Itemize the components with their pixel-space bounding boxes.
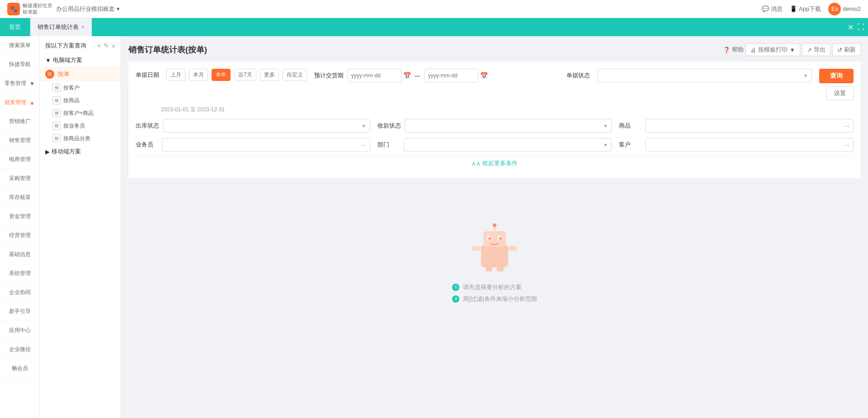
logo-icon: 🐾 (7, 3, 20, 15)
message-btn[interactable]: 💬 消息 (762, 5, 783, 13)
sidebar-item-purchase[interactable]: 采购管理 (0, 169, 39, 188)
export-button[interactable]: ↗ 导出 (802, 43, 830, 56)
user-profile[interactable]: Ea demo2 (828, 3, 861, 15)
app-download-btn[interactable]: 📱 App下载 (790, 5, 821, 13)
empty-tips: ① 请先选择要分析的方案 ② 用[过滤]条件来缩小分析范围 (452, 281, 537, 305)
scheme-item-by-customer[interactable]: 按 按客户 (40, 81, 121, 94)
sidebar-item-retail[interactable]: 零售管理▼ (0, 74, 39, 93)
scheme-edit-icon[interactable]: ✎ (104, 42, 109, 49)
status-select[interactable]: ▼ (597, 69, 812, 82)
sidebar-item-wechat[interactable]: 企业微信 (0, 340, 39, 359)
filter-panel: 单据日期 上月 本月 本年 近7天 更多 自定义 预计交货期 (128, 62, 861, 178)
date-btn-more[interactable]: 更多 (260, 69, 279, 81)
date-btn-custom[interactable]: 自定义 (283, 69, 307, 81)
empty-illustration (467, 220, 522, 274)
scheme-item-by-staff[interactable]: 按 按业务员 (40, 119, 121, 132)
scheme-panel-title: 按以下方案查询 (45, 42, 86, 50)
template-print-label: 按模板打印 (758, 46, 788, 54)
header-left: 🐾 畅捷通好生意 标准版 办公用品行业模拟账套 ▾ (7, 3, 120, 15)
logo-area: 🐾 畅捷通好生意 标准版 (7, 3, 52, 15)
page-header-actions: ❓ 帮助 🖨 按模板打印 ▼ ↗ 导出 ↺ (723, 43, 861, 56)
payment-select[interactable]: ▼ (405, 119, 612, 133)
calendar-to-icon[interactable]: 📅 (480, 72, 488, 79)
collapse-button[interactable]: ∧∧ 收起更多条件 (136, 155, 854, 171)
svg-rect-0 (481, 245, 508, 267)
date-btn-this-month[interactable]: 本月 (189, 69, 208, 81)
page-title: 销售订单统计表(按单) (128, 44, 207, 55)
date-btn-last-7days[interactable]: 近7天 (234, 69, 256, 81)
goods-ellipsis-icon[interactable]: ··· (844, 122, 849, 129)
goods-filter: 商品 ··· (619, 119, 854, 133)
sidebar-item-newcomer[interactable]: 新手引导 (0, 302, 39, 321)
scheme-panel-icons: + ✎ « (97, 42, 115, 49)
tab-close-window-icon[interactable]: ✕ (848, 23, 854, 32)
scheme-item-by-staff-icon: 按 (52, 122, 61, 130)
scheme-item-by-order[interactable]: 按 按单 (40, 67, 121, 81)
export-icon: ↗ (807, 47, 812, 53)
scheme-collapse-icon[interactable]: « (112, 42, 115, 49)
date-filter-section: 上月 本月 本年 近7天 更多 自定义 (166, 69, 307, 81)
sidebar-item-operations[interactable]: 经营管理 (0, 226, 39, 245)
header-right: 💬 消息 📱 App下载 Ea demo2 (762, 3, 861, 15)
help-button[interactable]: ❓ 帮助 (723, 46, 744, 54)
message-icon: 💬 (762, 5, 769, 12)
expected-date-to-input[interactable] (424, 69, 478, 82)
staff-select[interactable]: ··· (162, 138, 370, 152)
scheme-item-by-customer-product-label: 按客户+商品 (63, 109, 94, 117)
date-separator: — (415, 72, 420, 79)
date-btn-this-year[interactable]: 本年 (212, 69, 231, 81)
dept-filter: 部门 ▼ (377, 138, 612, 152)
top-header: 🐾 畅捷通好生意 标准版 办公用品行业模拟账套 ▾ 💬 消息 📱 App下载 E… (0, 0, 868, 18)
sidebar-item-ecommerce[interactable]: 电商管理 (0, 150, 39, 169)
customer-ellipsis-icon[interactable]: ··· (844, 141, 849, 148)
scheme-item-by-product[interactable]: 按 按商品 (40, 94, 121, 107)
scheme-add-icon[interactable]: + (97, 42, 101, 49)
expected-date-to-wrap: 📅 (424, 69, 488, 82)
sidebar-item-vip[interactable]: 畅会员 (0, 359, 39, 378)
date-range-text: 2023-01-01 至 2023-12-31 (161, 106, 225, 114)
tab-active[interactable]: 销售订单统计表 × (30, 18, 92, 36)
scheme-category-pc[interactable]: ▼ 电脑端方案 (40, 53, 121, 67)
date-btn-last-month[interactable]: 上月 (166, 69, 185, 81)
query-button[interactable]: 查询 (819, 69, 854, 83)
customer-select[interactable]: ··· (645, 138, 854, 152)
sidebar-item-appstore[interactable]: 应用中心 (0, 321, 39, 340)
sidebar-item-marketing[interactable]: 营销推广 (0, 112, 39, 131)
sidebar-item-finance[interactable]: 资金管理 (0, 207, 39, 226)
refresh-button[interactable]: ↺ 刷新 (832, 43, 861, 56)
scheme-item-by-category-label: 按商品分类 (63, 135, 90, 142)
calendar-from-icon[interactable]: 📅 (403, 72, 411, 79)
dept-select[interactable]: ▼ (404, 138, 612, 152)
delivery-filter: 出库状态 ▼ (136, 119, 370, 133)
sidebar-item-inventory[interactable]: 库存核算 (0, 188, 39, 207)
sidebar-item-basic[interactable]: 基础信息 (0, 245, 39, 264)
main-panel: 销售订单统计表(按单) ❓ 帮助 🖨 按模板打印 ▼ ↗ (121, 36, 868, 418)
delivery-select[interactable]: ▼ (163, 119, 370, 133)
sidebar-item-wholesale[interactable]: 批发管理▲ (0, 93, 39, 112)
scheme-item-by-staff-label: 按业务员 (63, 122, 85, 130)
setting-button[interactable]: 设置 (826, 86, 854, 100)
filter-row-3: 业务员 ··· 部门 ▼ (136, 138, 854, 152)
scheme-item-by-category[interactable]: 按 按商品分类 (40, 132, 121, 145)
sidebar-item-quick-nav[interactable]: 快捷导航 (0, 55, 39, 74)
scheme-item-by-customer-product-icon: 按 (52, 109, 61, 117)
tab-close-icon[interactable]: × (81, 24, 85, 30)
sidebar-item-search[interactable]: 搜索菜单 (0, 36, 39, 55)
tab-bar: 首页 销售订单统计表 × ✕ ⛶ (0, 18, 868, 36)
staff-ellipsis-icon[interactable]: ··· (361, 141, 366, 148)
filter-actions: 查询 设置 (819, 69, 854, 100)
goods-select[interactable]: ··· (645, 119, 854, 133)
sidebar-item-enterprise[interactable]: 企业协同 (0, 283, 39, 302)
sidebar-item-system[interactable]: 系统管理 (0, 264, 39, 283)
breadcrumb[interactable]: 办公用品行业模拟账套 ▾ (56, 5, 120, 13)
sidebar-item-sales[interactable]: 销售管理 (0, 131, 39, 150)
template-print-button[interactable]: 🖨 按模板打印 ▼ (745, 43, 800, 56)
refresh-label: 刷新 (844, 46, 856, 54)
scheme-category-mobile[interactable]: ▶ 移动端方案 (40, 145, 121, 158)
collapse-up-icon: ∧∧ (472, 160, 481, 167)
tab-home[interactable]: 首页 (0, 18, 30, 36)
expected-date-from-input[interactable] (347, 69, 401, 82)
tab-expand-icon[interactable]: ⛶ (857, 23, 864, 31)
tab-bar-right: ✕ ⛶ (848, 23, 868, 32)
scheme-item-by-customer-product[interactable]: 按 按客户+商品 (40, 107, 121, 119)
